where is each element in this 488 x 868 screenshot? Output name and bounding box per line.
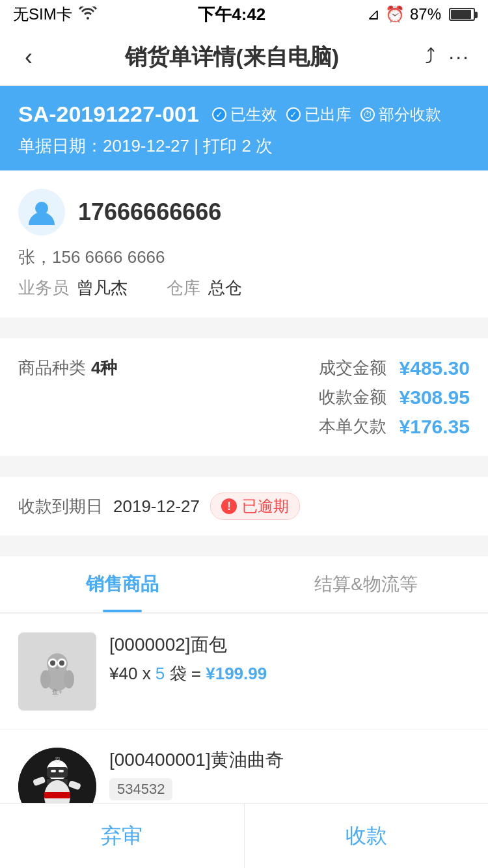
product-unit-price-1: ¥40 xyxy=(109,664,137,683)
svg-point-7 xyxy=(59,660,64,666)
svg-rect-16 xyxy=(44,792,70,798)
status-bar-right: ⊿ ⏰ 87% xyxy=(367,5,475,23)
order-date: 单据日期：2019-12-27 xyxy=(18,136,189,156)
trade-amount-value: ¥485.30 xyxy=(400,357,470,379)
back-button[interactable]: ‹ xyxy=(18,37,39,77)
product-name-2: [000400001]黄油曲奇 xyxy=(109,748,470,772)
owed-label: 本单欠款 xyxy=(319,415,386,438)
overdue-icon: ! xyxy=(221,498,237,514)
tab-settlement[interactable]: 结算&物流等 xyxy=(244,556,488,612)
svg-text:忍: 忍 xyxy=(54,757,61,763)
divider-2 xyxy=(0,467,488,477)
location-icon: ⊿ xyxy=(367,5,380,23)
badge-partial: ⏱ 部分收款 xyxy=(360,104,441,125)
product-qty-1: 5 xyxy=(156,664,165,683)
badge-effected-label: 已生效 xyxy=(230,104,277,125)
status-bar-left: 无SIM卡 xyxy=(13,4,97,25)
more-button[interactable]: ··· xyxy=(448,45,470,69)
collected-row: 收款金额 ¥308.95 xyxy=(319,386,470,409)
warehouse-info: 仓库 总仓 xyxy=(167,277,242,299)
battery-text: 87% xyxy=(410,5,441,23)
product-equals-1: = xyxy=(191,664,206,683)
status-bar-time: 下午4:42 xyxy=(198,3,265,26)
check-icon-2: ✓ xyxy=(286,107,301,122)
sales-value: 曾凡杰 xyxy=(77,277,128,299)
reject-button[interactable]: 弃审 xyxy=(0,804,245,868)
order-divider: | xyxy=(194,136,203,156)
product-type-value: 4种 xyxy=(91,357,117,379)
owed-value: ¥176.35 xyxy=(400,416,470,438)
product-sku-2: 534532 xyxy=(109,778,172,800)
nav-actions: ⤴ ··· xyxy=(425,45,470,69)
share-button[interactable]: ⤴ xyxy=(425,45,435,69)
status-bar: 无SIM卡 下午4:42 ⊿ ⏰ 87% xyxy=(0,0,488,29)
owed-row: 本单欠款 ¥176.35 xyxy=(319,415,470,438)
tab-products-label: 销售商品 xyxy=(86,574,159,594)
summary-left: 商品种类 4种 xyxy=(18,357,117,379)
nav-bar: ‹ 销货单详情(来自电脑) ⤴ ··· xyxy=(0,29,488,86)
customer-name: 张，156 6666 6666 xyxy=(18,246,470,269)
battery-icon xyxy=(449,8,475,21)
order-meta: 单据日期：2019-12-27 | 打印 2 次 xyxy=(18,135,470,157)
product-item-1: 鱼+ [0000002]面包 ¥40 x 5 袋 = ¥199.99 xyxy=(0,614,488,729)
warehouse-value: 总仓 xyxy=(208,277,242,299)
svg-point-9 xyxy=(40,670,51,688)
badge-partial-label: 部分收款 xyxy=(379,104,441,125)
badge-shipped: ✓ 已出库 xyxy=(286,104,351,125)
customer-phone: 17666666666 xyxy=(78,198,221,226)
svg-point-6 xyxy=(50,660,55,666)
badge-shipped-label: 已出库 xyxy=(305,104,351,125)
product-multiply-1: x xyxy=(142,664,156,683)
product-unit-1: 袋 xyxy=(170,664,187,683)
customer-section: 17666666666 张，156 6666 6666 业务员 曾凡杰 仓库 总… xyxy=(0,170,488,318)
collect-button[interactable]: 收款 xyxy=(245,804,489,868)
svg-rect-22 xyxy=(51,770,56,772)
tab-products[interactable]: 销售商品 xyxy=(0,556,244,612)
svg-text:鱼+: 鱼+ xyxy=(52,688,62,696)
page-title: 销货单详情(来自电脑) xyxy=(39,42,425,72)
warehouse-label: 仓库 xyxy=(167,277,200,299)
product-total-1: ¥199.99 xyxy=(206,664,267,683)
product-price-1: ¥40 x 5 袋 = ¥199.99 xyxy=(109,662,470,685)
badge-effected: ✓ 已生效 xyxy=(212,104,277,125)
product-type-label: 商品种类 xyxy=(18,357,86,379)
customer-info: 业务员 曾凡杰 仓库 总仓 xyxy=(18,277,470,299)
overdue-badge: ! 已逾期 xyxy=(210,493,300,520)
bottom-bar: 弃审 收款 xyxy=(0,803,488,868)
collected-value: ¥308.95 xyxy=(400,387,470,409)
due-date: 2019-12-27 xyxy=(113,496,200,517)
check-icon-1: ✓ xyxy=(212,107,226,122)
product-name-1: [0000002]面包 xyxy=(109,632,470,657)
order-header: SA-20191227-001 ✓ 已生效 ✓ 已出库 ⏱ 部分收款 单据日期：… xyxy=(0,86,488,170)
trade-amount-label: 成交金额 xyxy=(319,357,386,379)
divider-1 xyxy=(0,328,488,338)
summary-right: 成交金额 ¥485.30 收款金额 ¥308.95 本单欠款 ¥176.35 xyxy=(319,357,470,438)
summary-section: 商品种类 4种 成交金额 ¥485.30 收款金额 ¥308.95 本单欠款 ¥… xyxy=(0,338,488,456)
customer-avatar xyxy=(18,189,65,236)
order-id: SA-20191227-001 xyxy=(18,102,199,127)
tabs-section: 销售商品 结算&物流等 xyxy=(0,556,488,613)
collected-label: 收款金额 xyxy=(319,386,386,409)
product-image-1: 鱼+ xyxy=(18,632,96,711)
trade-amount-row: 成交金额 ¥485.30 xyxy=(319,357,470,379)
svg-rect-23 xyxy=(59,770,64,772)
due-label: 收款到期日 xyxy=(18,495,103,518)
svg-rect-21 xyxy=(47,767,68,778)
divider-3 xyxy=(0,546,488,556)
alarm-icon: ⏰ xyxy=(385,5,405,23)
tab-settlement-label: 结算&物流等 xyxy=(314,574,418,594)
sales-info: 业务员 曾凡杰 xyxy=(18,277,128,299)
svg-point-10 xyxy=(64,670,74,688)
sales-label: 业务员 xyxy=(18,277,69,299)
order-badges: ✓ 已生效 ✓ 已出库 ⏱ 部分收款 xyxy=(212,104,441,125)
product-info-1: [0000002]面包 ¥40 x 5 袋 = ¥199.99 xyxy=(109,632,470,685)
clock-icon: ⏱ xyxy=(360,107,375,122)
wifi-icon xyxy=(79,5,97,23)
carrier-text: 无SIM卡 xyxy=(13,4,72,25)
order-print: 打印 2 次 xyxy=(203,136,273,156)
due-section: 收款到期日 2019-12-27 ! 已逾期 xyxy=(0,477,488,536)
overdue-label: 已逾期 xyxy=(242,496,289,517)
